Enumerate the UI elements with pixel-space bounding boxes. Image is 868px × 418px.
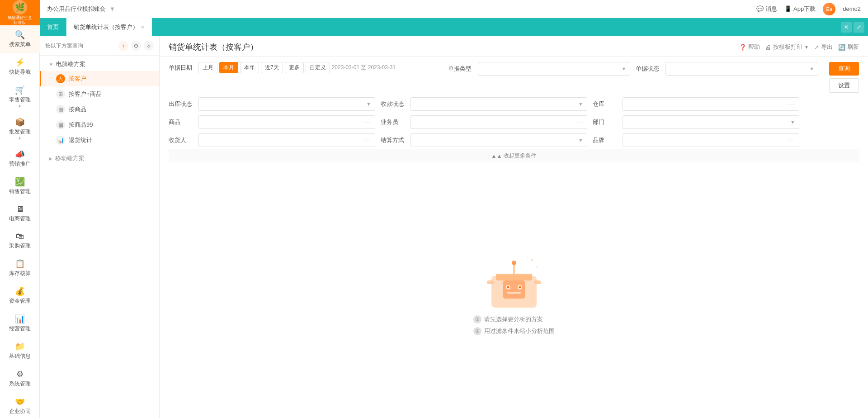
svg-rect-10 — [487, 280, 494, 284]
department-select[interactable]: ▼ — [623, 115, 799, 129]
print-icon: 🖨 — [765, 44, 771, 51]
sidebar-item-sales[interactable]: 💹 销售管理 — [0, 172, 40, 200]
tab-home[interactable]: 首页 — [40, 18, 66, 36]
collapse-panel-btn[interactable]: « — [144, 41, 154, 51]
sidebar-item-cooperation[interactable]: 🤝 企业协同 — [0, 392, 40, 418]
chevron-down-icon: ▼ — [809, 66, 814, 71]
marketing-icon: 📣 — [15, 149, 25, 159]
order-status-label: 单据状态 — [636, 65, 663, 73]
date-label: 单据日期 — [169, 64, 196, 72]
export-icon: ↗ — [814, 44, 819, 51]
collapse-bar[interactable]: ▲▲ 收起更多条件 — [169, 149, 859, 162]
message-btn[interactable]: 💬 消息 — [756, 5, 777, 13]
return-icon: 📊 — [56, 136, 65, 145]
warehouse-input[interactable]: ··· — [623, 97, 799, 111]
home-tab-label: 首页 — [47, 23, 59, 31]
receiver-label: 收货人 — [169, 136, 196, 144]
desktop-group-label: 电脑端方案 — [56, 60, 85, 68]
expand-arrow: ▲ — [18, 104, 22, 108]
date-btn-last-month[interactable]: 上月 — [198, 62, 217, 73]
user-initials: Ea — [826, 6, 832, 12]
sidebar-item-finance[interactable]: 💰 资金管理 — [0, 282, 40, 309]
hint-text-1: 请先选择要分析的方案 — [484, 315, 543, 323]
sidebar-item-marketing[interactable]: 📣 营销推广 — [0, 145, 40, 172]
sidebar-item-ecommerce[interactable]: 🖥 电商管理 — [0, 200, 40, 227]
basics-icon: 📁 — [15, 342, 25, 352]
sales-icon: 💹 — [15, 177, 25, 187]
dots-icon: ··· — [575, 119, 583, 126]
logo-icon: 🌿 — [13, 0, 27, 14]
export-btn[interactable]: ↗ 导出 — [814, 43, 833, 51]
query-btn[interactable]: 查询 — [829, 62, 859, 76]
sidebar-item-label: 库存核算 — [9, 270, 31, 277]
product-input[interactable]: ··· — [198, 115, 375, 129]
date-btn-current-year[interactable]: 本年 — [240, 62, 259, 73]
receipt-status-select[interactable]: ▼ — [410, 97, 587, 111]
scheme-by-customer-product[interactable]: ⊞ 按客户+商品 — [40, 86, 159, 102]
date-btn-7days[interactable]: 近7天 — [261, 62, 283, 73]
mobile-schemes-section: ▶ 移动端方案 — [40, 150, 159, 167]
sidebar-item-operations[interactable]: 📊 经营管理 — [0, 309, 40, 337]
help-btn[interactable]: ❓ 帮助 — [739, 43, 760, 51]
sidebar-item-wholesale[interactable]: 📦 批发管理 ▲ — [0, 113, 40, 145]
tab-close-window-btn[interactable]: ✕ — [841, 22, 852, 33]
sidebar-item-search[interactable]: 🔍 搜索菜单 — [0, 25, 40, 53]
settings-btn[interactable]: 设置 — [829, 78, 859, 93]
settings-scheme-btn[interactable]: ⚙ — [131, 41, 141, 51]
date-btn-custom[interactable]: 自定义 — [306, 62, 330, 73]
tab-sales-stats[interactable]: 销货单统计表（按客户） × — [66, 18, 152, 36]
scheme-by-customer[interactable]: 人 按客户 — [40, 71, 159, 86]
svg-point-12 — [531, 259, 533, 261]
mobile-group-header[interactable]: ▶ 移动端方案 — [40, 152, 159, 165]
tab-close-btn[interactable]: × — [141, 24, 144, 30]
order-type-label: 单据类型 — [448, 65, 475, 73]
dots-icon: ··· — [787, 100, 795, 108]
date-btn-current-month[interactable]: 本月 — [219, 62, 238, 73]
logo-text: 畅捷通好生意 — [8, 15, 32, 20]
order-type-select[interactable]: ▼ — [478, 62, 631, 76]
system-icon: ⚙ — [16, 369, 24, 379]
message-label: 消息 — [765, 5, 777, 13]
panel-title: 按以下方案查询 — [45, 42, 83, 50]
add-scheme-btn[interactable]: + — [118, 41, 128, 51]
page-content: 按以下方案查询 + ⚙ « ▼ 电脑端方案 人 按客户 ⊞ — [40, 36, 868, 418]
department-label: 部门 — [593, 118, 620, 126]
brand-input[interactable]: ··· — [623, 133, 799, 147]
customer-icon: 人 — [56, 74, 65, 83]
template-print-btn[interactable]: 🖨 按模板打印 — [765, 43, 809, 51]
order-status-select[interactable]: ▼ — [665, 62, 818, 76]
sidebar-item-basics[interactable]: 📁 基础信息 — [0, 337, 40, 365]
title-dropdown-icon[interactable]: ▼ — [109, 5, 115, 12]
chevron-down-icon: ▼ — [578, 138, 583, 143]
settlement-select[interactable]: ▼ — [410, 133, 587, 147]
out-status-select[interactable]: ▼ — [198, 97, 375, 111]
date-range-text: 2023-03-01 至 2023-03-31 — [332, 64, 396, 71]
expand-icon: ▼ — [49, 62, 53, 67]
hint-text-2: 用过滤条件来缩小分析范围 — [484, 327, 555, 335]
sidebar-item-purchase[interactable]: 🛍 采购管理 — [0, 227, 40, 254]
sidebar-item-retail[interactable]: 🛒 零售管理 ▲ — [0, 81, 40, 113]
empty-hint-1: ① 请先选择要分析的方案 — [473, 315, 555, 323]
scheme-return-stats[interactable]: 📊 退货统计 — [40, 133, 159, 148]
tab-expand-btn[interactable]: ⤢ — [854, 22, 864, 33]
receiver-input[interactable]: ··· — [198, 133, 375, 147]
user-avatar[interactable]: Ea — [823, 3, 835, 15]
sidebar-item-shortcuts[interactable]: ⚡ 快捷导航 — [0, 53, 40, 81]
date-btn-more[interactable]: 更多 — [285, 62, 304, 73]
salesperson-input[interactable]: ··· — [410, 115, 587, 129]
sidebar-item-system[interactable]: ⚙ 系统管理 — [0, 365, 40, 392]
sidebar-item-label: 电商管理 — [9, 215, 31, 223]
app-download-btn[interactable]: 📱 App下载 — [784, 5, 816, 13]
scheme-by-product-99[interactable]: ▦ 按商品99 — [40, 117, 159, 133]
sidebar-item-inventory[interactable]: 📋 库存核算 — [0, 254, 40, 282]
purchase-icon: 🛍 — [16, 232, 24, 241]
refresh-btn[interactable]: 🔄 刷新 — [838, 43, 859, 51]
sidebar-item-label: 批发管理 — [9, 128, 31, 136]
mobile-group-label: 移动端方案 — [55, 154, 85, 162]
desktop-group-header[interactable]: ▼ 电脑端方案 — [40, 57, 159, 71]
svg-rect-2 — [503, 280, 525, 299]
settlement-label: 结算方式 — [381, 136, 408, 144]
download-icon: 📱 — [784, 5, 792, 12]
expand-arrow: ▲ — [18, 136, 22, 140]
scheme-by-product[interactable]: ▦ 按商品 — [40, 102, 159, 117]
